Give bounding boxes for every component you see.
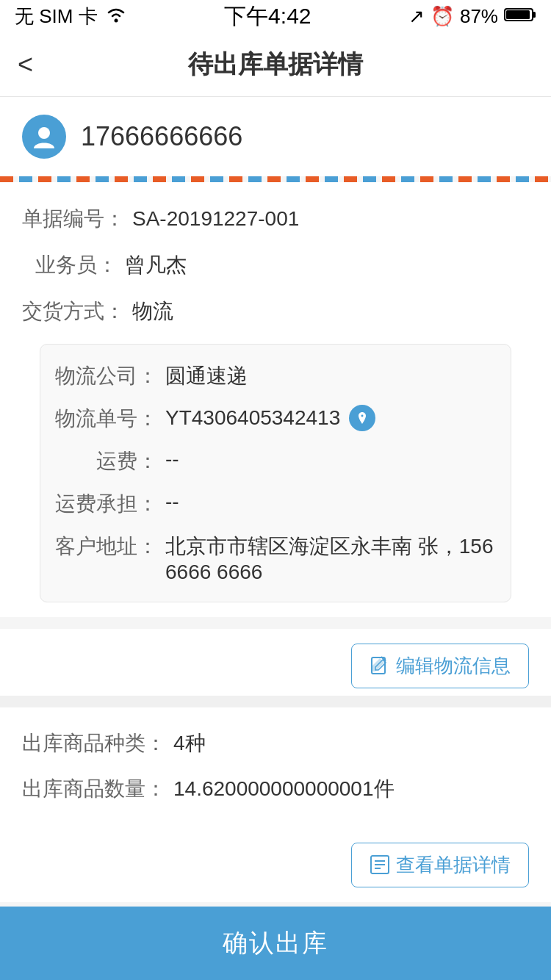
- product-qty-label: 出库商品数量：: [22, 775, 166, 803]
- battery-label: 87%: [460, 5, 498, 28]
- tracking-label: 物流单号：: [55, 405, 158, 433]
- dashed-divider: [0, 176, 551, 182]
- list-icon: [370, 854, 390, 875]
- product-type-row: 出库商品种类： 4种: [22, 729, 529, 757]
- freight-row: 运费： --: [55, 447, 496, 475]
- freight-value: --: [165, 447, 496, 471]
- back-button[interactable]: <: [18, 49, 33, 80]
- battery-icon: [504, 5, 536, 28]
- logistics-company-row: 物流公司： 圆通速递: [55, 362, 496, 390]
- edit-btn-label: 编辑物流信息: [396, 653, 511, 679]
- status-left: 无 SIM 卡: [15, 4, 127, 29]
- phone-header: 17666666666: [0, 97, 551, 176]
- view-detail-row: 查看单据详情: [0, 835, 551, 902]
- freight-bear-label: 运费承担：: [55, 490, 158, 518]
- nav-title: 待出库单据详情: [188, 48, 363, 82]
- edit-icon: [370, 655, 390, 676]
- tracking-location-icon[interactable]: [349, 405, 375, 431]
- freight-bear-value: --: [165, 490, 496, 514]
- staff-row: 业务员： 曾凡杰: [22, 251, 529, 279]
- view-detail-label: 查看单据详情: [396, 852, 511, 878]
- svg-rect-3: [506, 10, 530, 19]
- confirm-btn-bar[interactable]: 确认出库: [0, 907, 551, 980]
- tracking-row: 物流单号： YT4306405342413: [55, 405, 496, 433]
- delivery-row: 交货方式： 物流: [22, 297, 529, 325]
- staff-label: 业务员：: [22, 251, 118, 279]
- product-qty-row: 出库商品数量： 14.620000000000001件: [22, 775, 529, 803]
- tracking-value: YT4306405342413: [165, 405, 496, 431]
- svg-point-0: [114, 18, 118, 22]
- alarm-icon: ⏰: [431, 5, 454, 28]
- avatar: [22, 115, 66, 159]
- wifi-icon: [105, 5, 127, 28]
- separator-1: [0, 696, 551, 707]
- address-label: 客户地址：: [55, 533, 158, 561]
- product-qty-value: 14.620000000000001件: [173, 775, 395, 803]
- delivery-value: 物流: [132, 297, 529, 325]
- svg-point-4: [38, 127, 50, 139]
- delivery-label: 交货方式：: [22, 297, 125, 325]
- address-value: 北京市市辖区海淀区永丰南 张，156 6666 6666: [165, 533, 496, 584]
- status-time: 下午4:42: [224, 1, 311, 32]
- order-no-row: 单据编号： SA-20191227-001: [22, 204, 529, 233]
- status-right: ↗ ⏰ 87%: [408, 5, 536, 28]
- logistics-card: 物流公司： 圆通速递 物流单号： YT4306405342413 运费： --: [40, 344, 511, 602]
- edit-logistics-button[interactable]: 编辑物流信息: [351, 644, 529, 688]
- freight-label: 运费：: [55, 447, 158, 475]
- location-status-icon: ↗: [408, 5, 425, 28]
- freight-bear-row: 运费承担： --: [55, 490, 496, 518]
- nav-bar: < 待出库单据详情: [0, 32, 551, 97]
- svg-rect-2: [533, 12, 536, 18]
- main-content: 17666666666 单据编号： SA-20191227-001 业务员： 曾…: [0, 97, 551, 980]
- confirm-btn-label: 确认出库: [223, 926, 328, 960]
- carrier-label: 无 SIM 卡: [15, 4, 98, 29]
- product-type-label: 出库商品种类：: [22, 729, 166, 757]
- product-type-value: 4种: [173, 729, 206, 757]
- view-detail-button[interactable]: 查看单据详情: [351, 843, 529, 887]
- address-row: 客户地址： 北京市市辖区海淀区永丰南 张，156 6666 6666: [55, 533, 496, 584]
- phone-number: 17666666666: [81, 121, 242, 152]
- staff-value: 曾凡杰: [125, 251, 529, 279]
- product-section: 出库商品种类： 4种 出库商品数量： 14.620000000000001件: [0, 707, 551, 835]
- edit-btn-row: 编辑物流信息: [0, 629, 551, 696]
- basic-info-section: 单据编号： SA-20191227-001 业务员： 曾凡杰 交货方式： 物流 …: [0, 182, 551, 617]
- logistics-company-label: 物流公司：: [55, 362, 158, 390]
- order-no-value: SA-20191227-001: [132, 204, 529, 233]
- logistics-company-value: 圆通速递: [165, 362, 496, 390]
- order-no-label: 单据编号：: [22, 204, 125, 233]
- status-bar: 无 SIM 卡 下午4:42 ↗ ⏰ 87%: [0, 0, 551, 32]
